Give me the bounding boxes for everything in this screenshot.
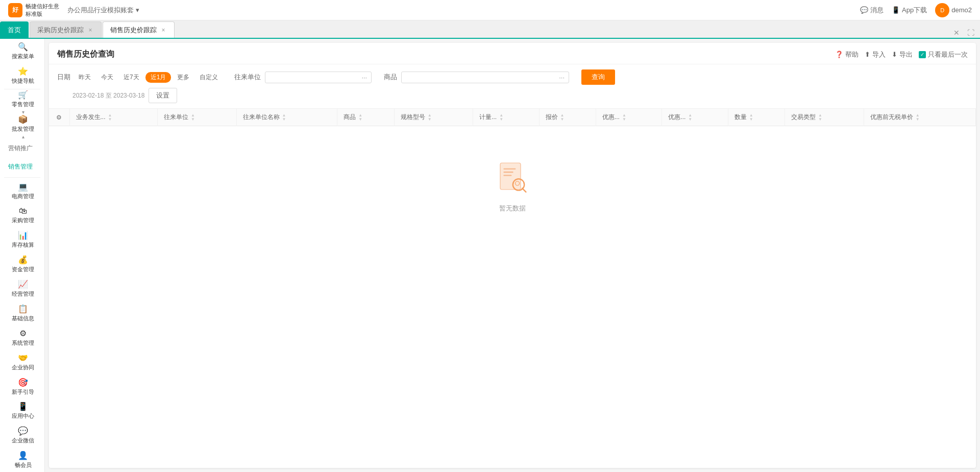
table-header-row: ⚙ 业务发生... ▲▼ 往来单位 (49, 109, 976, 126)
export-icon: ⬇ (892, 51, 897, 58)
checkbox-checked-icon: ✓ (919, 51, 926, 58)
empty-state-text: 暂无数据 (499, 204, 526, 213)
date-opt-yesterday[interactable]: 昨天 (75, 72, 95, 83)
partner-input[interactable] (270, 74, 361, 81)
th-discount1[interactable]: 优惠... ▲▼ (596, 109, 662, 126)
header-right: 💬 消息 📱 App下载 D demo2 (860, 3, 972, 17)
date-search-group: 日期 昨天 今天 近7天 近1月 更多 自定义 (57, 72, 222, 83)
date-opt-7days[interactable]: 近7天 (119, 72, 143, 83)
basics-icon: 📋 (18, 304, 28, 314)
date-opt-more[interactable]: 更多 (173, 72, 193, 83)
svg-rect-2 (503, 172, 513, 173)
tab-sales-history[interactable]: 销售历史价跟踪 × (103, 21, 175, 38)
app-download-button[interactable]: 📱 App下载 (892, 6, 927, 15)
system-icon: ⚙ (19, 328, 27, 338)
help-button[interactable]: ❓ 帮助 (835, 50, 859, 59)
query-button[interactable]: 查询 (581, 69, 615, 85)
star-icon: ⭐ (18, 66, 28, 76)
sidebar-item-member[interactable]: 👤 畅会员 (0, 447, 44, 472)
sidebar-sub-item-marketing[interactable]: 营销推广 (0, 139, 44, 158)
th-price[interactable]: 报价 ▲▼ (539, 109, 596, 126)
tab-bar-actions: ✕ ⛶ (947, 28, 980, 38)
maximize-button[interactable]: ⛶ (966, 28, 976, 38)
close-all-tabs-button[interactable]: ✕ (951, 28, 962, 38)
partner-search-group: 往来单位 ··· (234, 72, 372, 83)
date-options: 昨天 今天 近7天 近1月 更多 自定义 (75, 72, 222, 83)
sidebar-item-operations[interactable]: 📈 经营管理 (0, 276, 44, 301)
logo-area: 好 畅捷信好生意 标准版 (8, 3, 59, 17)
sidebar-item-ecommerce[interactable]: 💻 电商管理 (0, 179, 44, 203)
table-container: ⚙ 业务发生... ▲▼ 往来单位 (49, 109, 976, 468)
date-range-display: 2023-02-18 至 2023-03-18 (72, 91, 144, 100)
sidebar-item-enterprise[interactable]: 🤝 企业协同 (0, 350, 44, 374)
ecommerce-icon: 💻 (18, 182, 28, 192)
th-partner-code[interactable]: 往来单位 ▲▼ (158, 109, 237, 126)
svg-line-5 (522, 188, 526, 192)
svg-point-6 (516, 181, 520, 185)
user-menu[interactable]: D demo2 (935, 3, 972, 17)
table-settings-gear[interactable]: ⚙ (49, 109, 69, 126)
sidebar-item-finance[interactable]: 💰 资金管理 (0, 252, 44, 276)
import-button[interactable]: ⬆ 导入 (865, 50, 886, 59)
th-unit[interactable]: 计量... ▲▼ (473, 109, 539, 126)
sidebar-item-system[interactable]: ⚙ 系统管理 (0, 325, 44, 350)
sidebar-divider-1 (4, 89, 40, 89)
date-opt-today[interactable]: 今天 (97, 72, 117, 83)
sidebar-item-search-menu[interactable]: 🔍 搜索菜单 (0, 39, 44, 63)
gear-icon[interactable]: ⚙ (56, 114, 62, 121)
product-selector-dots[interactable]: ··· (559, 74, 565, 81)
export-button[interactable]: ⬇ 导出 (892, 50, 913, 59)
settings-button[interactable]: 设置 (149, 88, 177, 103)
partner-input-box[interactable]: ··· (265, 72, 372, 83)
avatar: D (935, 3, 949, 17)
th-discount2[interactable]: 优惠... ▲▼ (662, 109, 728, 126)
message-button[interactable]: 💬 消息 (860, 6, 884, 15)
tab-purchase-history[interactable]: 采购历史价跟踪 × (30, 21, 102, 38)
message-icon: 💬 (860, 6, 868, 14)
sidebar: 🔍 搜索菜单 ⭐ 快捷导航 🛒 零售管理 ▾ 📦 批发管理 ▴ 营销推广 销售管… (0, 39, 45, 472)
partner-selector-dots[interactable]: ··· (361, 74, 367, 81)
chevron-down-icon: ▾ (136, 6, 139, 14)
empty-state-icon (492, 157, 533, 198)
th-biz-date[interactable]: 业务发生... ▲▼ (69, 109, 158, 126)
sidebar-item-app-center[interactable]: 📱 应用中心 (0, 398, 44, 423)
product-input[interactable] (406, 74, 559, 81)
page-actions: ❓ 帮助 ⬆ 导入 ⬇ 导出 ✓ 只看最后一次 (835, 50, 968, 59)
guide-icon: 🎯 (18, 377, 28, 387)
page-header: 销售历史价查询 ❓ 帮助 ⬆ 导入 ⬇ 导出 ✓ (49, 43, 976, 64)
app-center-icon: 📱 (18, 402, 28, 411)
sidebar-item-purchase[interactable]: 🛍 采购管理 (0, 203, 44, 227)
only-last-checkbox[interactable]: ✓ 只看最后一次 (919, 50, 968, 59)
sidebar-item-basics[interactable]: 📋 基础信息 (0, 301, 44, 325)
date-opt-custom[interactable]: 自定义 (195, 72, 222, 83)
member-icon: 👤 (18, 451, 28, 460)
tab-home[interactable]: 首页 (0, 21, 29, 38)
date-opt-1month[interactable]: 近1月 (145, 72, 172, 83)
th-partner-name[interactable]: 往来单位名称 ▲▼ (236, 109, 337, 126)
sidebar-item-wholesale[interactable]: 📦 批发管理 ▴ (0, 115, 44, 139)
main-page: 销售历史价查询 ❓ 帮助 ⬆ 导入 ⬇ 导出 ✓ (49, 43, 976, 468)
product-input-box[interactable]: ··· (401, 72, 569, 83)
th-quantity[interactable]: 数量 ▲▼ (728, 109, 785, 126)
chevron-up-icon: ▴ (22, 134, 24, 139)
th-spec[interactable]: 规格型号 ▲▼ (394, 109, 473, 126)
sidebar-item-quick-nav[interactable]: ⭐ 快捷导航 (0, 63, 44, 88)
svg-rect-1 (503, 168, 516, 169)
th-trade-type[interactable]: 交易类型 ▲▼ (785, 109, 864, 126)
sidebar-item-wechat[interactable]: 💬 企业微信 (0, 423, 44, 447)
sidebar-item-guide[interactable]: 🎯 新手引导 (0, 374, 44, 399)
sidebar-item-inventory[interactable]: 📊 库存核算 (0, 227, 44, 252)
top-header: 好 畅捷信好生意 标准版 办公用品行业模拟账套 ▾ 💬 消息 📱 App下载 D… (0, 0, 980, 20)
sidebar-sub-item-sales-mgmt[interactable]: 销售管理 (0, 158, 44, 176)
close-purchase-history-tab[interactable]: × (87, 27, 94, 34)
logo-icon: 好 (8, 3, 22, 17)
header-left: 好 畅捷信好生意 标准版 办公用品行业模拟账套 ▾ (8, 3, 143, 17)
sidebar-divider-2 (4, 177, 40, 178)
close-sales-history-tab[interactable]: × (160, 27, 167, 34)
content-area: 销售历史价查询 ❓ 帮助 ⬆ 导入 ⬇ 导出 ✓ (45, 39, 980, 472)
sidebar-item-retail[interactable]: 🛒 零售管理 ▾ (0, 90, 44, 115)
app-selector[interactable]: 办公用品行业模拟账套 ▾ (63, 4, 143, 17)
th-pretax-price[interactable]: 优惠前无税单价 ▲▼ (864, 109, 975, 126)
logo-text: 畅捷信好生意 标准版 (26, 3, 59, 17)
th-product[interactable]: 商品 ▲▼ (337, 109, 394, 126)
